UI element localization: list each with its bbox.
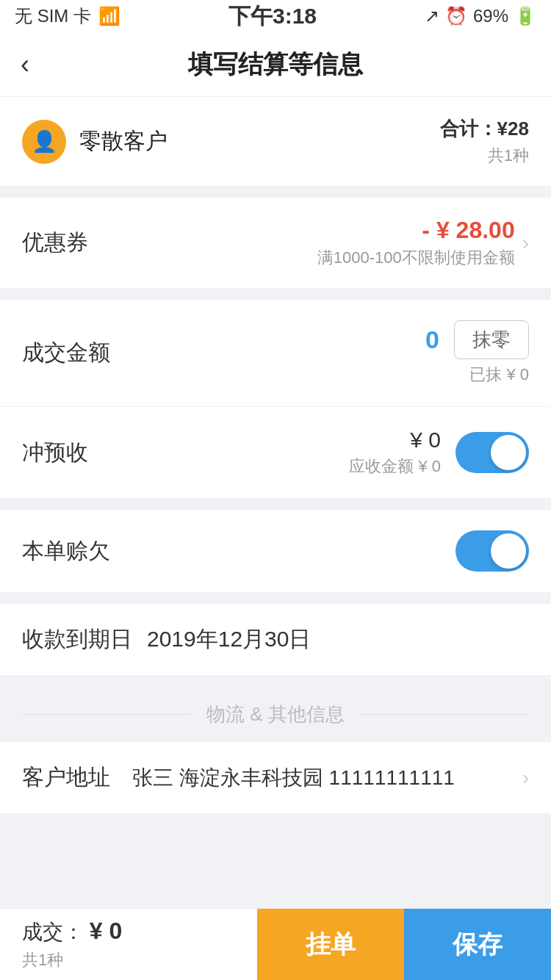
prepayment-right: ¥ 0 应收金额 ¥ 0 bbox=[349, 428, 529, 478]
address-value: 张三 海淀永丰科技园 11111111111 bbox=[132, 764, 522, 792]
customer-avatar: 👤 bbox=[22, 120, 66, 164]
duedate-label: 收款到期日 bbox=[22, 624, 132, 655]
bottom-count: 共1种 bbox=[22, 949, 235, 971]
bottom-summary: 成交： ¥ 0 共1种 bbox=[0, 918, 257, 971]
coupon-right: - ¥ 28.00 满1000-100不限制使用金额 › bbox=[317, 217, 529, 269]
chevron-right-icon: › bbox=[522, 231, 529, 255]
avatar-icon: 👤 bbox=[32, 129, 57, 154]
transaction-row: 成交金额 0 抹零 已抹 ¥ 0 bbox=[0, 300, 551, 407]
prepayment-main-amount: ¥ 0 bbox=[349, 428, 441, 453]
bottom-deal-amount: ¥ 0 bbox=[90, 918, 122, 944]
hold-order-button[interactable]: 挂单 bbox=[257, 909, 404, 981]
debt-toggle-knob bbox=[491, 533, 526, 569]
duedate-value[interactable]: 2019年12月30日 bbox=[147, 624, 311, 655]
debt-section: 本单赊欠 bbox=[0, 510, 551, 592]
battery-icon: 🔋 bbox=[514, 6, 536, 26]
customer-right: 合计：¥28 共1种 bbox=[440, 116, 529, 167]
status-bar: 无 SIM 卡 📶 下午3:18 ↗ ⏰ 69% 🔋 bbox=[0, 0, 551, 32]
round-zero-button[interactable]: 抹零 bbox=[454, 320, 529, 359]
prepayment-toggle[interactable] bbox=[455, 432, 529, 473]
address-label: 客户地址 bbox=[22, 763, 110, 793]
address-section[interactable]: 客户地址 张三 海淀永丰科技园 11111111111 › bbox=[0, 742, 551, 813]
bottom-bar: 成交： ¥ 0 共1种 挂单 保存 bbox=[0, 908, 551, 980]
battery-percent: 69% bbox=[473, 6, 508, 26]
status-time: 下午3:18 bbox=[228, 1, 317, 32]
coupon-info: - ¥ 28.00 满1000-100不限制使用金额 bbox=[317, 217, 515, 269]
logistics-divider-text: 物流 & 其他信息 bbox=[192, 702, 359, 727]
coupon-description: 满1000-100不限制使用金额 bbox=[317, 247, 515, 269]
prepayment-amounts: ¥ 0 应收金额 ¥ 0 bbox=[349, 428, 441, 478]
wifi-icon: 📶 bbox=[98, 6, 120, 26]
transaction-amount[interactable]: 0 bbox=[425, 325, 439, 354]
transaction-label: 成交金额 bbox=[22, 338, 110, 368]
customer-name: 零散客户 bbox=[79, 126, 168, 156]
debt-label: 本单赊欠 bbox=[22, 536, 110, 566]
coupon-section[interactable]: 优惠券 - ¥ 28.00 满1000-100不限制使用金额 › bbox=[0, 198, 551, 288]
address-chevron-icon: › bbox=[522, 766, 529, 790]
duedate-row: 收款到期日 2019年12月30日 bbox=[22, 624, 529, 655]
status-right: ↗ ⏰ 69% 🔋 bbox=[425, 6, 536, 26]
logistics-divider-container: 物流 & 其他信息 bbox=[0, 687, 551, 742]
debt-toggle[interactable] bbox=[455, 530, 529, 572]
toggle-knob bbox=[491, 435, 526, 470]
nav-bar: ‹ 填写结算等信息 bbox=[0, 32, 551, 97]
alarm-icon: ⏰ bbox=[445, 6, 467, 26]
customer-left: 👤 零散客户 bbox=[22, 120, 168, 164]
customer-section: 👤 零散客户 合计：¥28 共1种 bbox=[0, 97, 551, 186]
divider-line-left bbox=[22, 714, 192, 715]
coupon-amount: - ¥ 28.00 bbox=[317, 217, 515, 244]
page-title: 填写结算等信息 bbox=[188, 48, 363, 82]
back-button[interactable]: ‹ bbox=[21, 49, 29, 80]
coupon-label: 优惠券 bbox=[22, 228, 88, 258]
prepayment-label: 冲预收 bbox=[22, 438, 88, 468]
bottom-deal-row: 成交： ¥ 0 bbox=[22, 918, 235, 946]
status-left: 无 SIM 卡 📶 bbox=[15, 4, 120, 28]
transaction-amount-row: 0 抹零 bbox=[425, 320, 529, 359]
total-count: 共1种 bbox=[440, 145, 529, 167]
location-icon: ↗ bbox=[425, 6, 439, 26]
prepayment-row: 冲预收 ¥ 0 应收金额 ¥ 0 bbox=[0, 407, 551, 498]
transaction-right: 0 抹零 已抹 ¥ 0 bbox=[425, 320, 529, 386]
no-sim-text: 无 SIM 卡 bbox=[15, 4, 91, 28]
save-button[interactable]: 保存 bbox=[404, 909, 551, 981]
bottom-spacer bbox=[0, 825, 551, 897]
logistics-divider: 物流 & 其他信息 bbox=[22, 702, 529, 727]
transaction-section: 成交金额 0 抹零 已抹 ¥ 0 冲预收 ¥ 0 应收金额 ¥ 0 bbox=[0, 300, 551, 498]
transaction-sub: 已抹 ¥ 0 bbox=[469, 364, 529, 386]
bottom-deal-label: 成交： bbox=[22, 920, 84, 943]
divider-line-right bbox=[359, 714, 529, 715]
prepayment-sub-amount: 应收金额 ¥ 0 bbox=[349, 455, 441, 478]
duedate-section: 收款到期日 2019年12月30日 bbox=[0, 604, 551, 675]
total-label: 合计：¥28 bbox=[440, 116, 529, 142]
